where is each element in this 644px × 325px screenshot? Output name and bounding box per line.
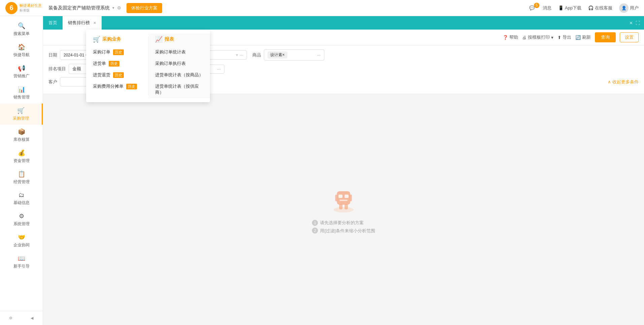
tab-sales-rank[interactable]: 销售排行榜 ✕: [63, 16, 102, 30]
dropdown-item-inbound-stat-supplier[interactable]: 进货单统计表（按供应商）: [151, 81, 208, 98]
app-download-btn[interactable]: 📱 App下载: [558, 5, 581, 11]
sidebar-item-guide[interactable]: 📖 新手引导: [0, 251, 43, 273]
help-btn[interactable]: ❓ 帮助: [503, 34, 518, 40]
content-area: 首页 销售排行榜 ✕ ✕ ⛶ ❓ 帮助: [43, 16, 644, 325]
sidebar-settings-btn[interactable]: ⚙: [0, 314, 22, 322]
app-download-label: App下载: [565, 5, 581, 11]
collapse-btn[interactable]: ∧ 收起更多条件: [608, 79, 639, 85]
search-icon: 🔍: [18, 22, 25, 30]
inbound-stat-supplier-label: 进货单统计表（按供应商）: [155, 83, 204, 95]
svg-rect-4: [338, 195, 343, 198]
export-btn[interactable]: ⬆ 导出: [558, 34, 571, 40]
tab-sales-rank-label: 销售排行榜: [68, 20, 90, 26]
dropdown-item-expense[interactable]: 采购费用分摊单 历史: [89, 81, 145, 92]
industry-btn[interactable]: 体验行业方案: [127, 3, 162, 13]
toolbar-right: ❓ 帮助 🖨 按模板打印 ▾ ⬆ 导出 🔄 刷新: [503, 32, 639, 42]
print-label: 按模板打印: [528, 34, 550, 40]
dropdown-report-title: 报表: [165, 36, 174, 42]
refresh-btn[interactable]: 🔄 刷新: [575, 34, 591, 40]
print-icon: 🖨: [522, 35, 527, 40]
cart-icon: 🛒: [17, 107, 25, 114]
step-1-num: 1: [312, 220, 318, 226]
sidebar-item-finance[interactable]: 💰 资金管理: [0, 146, 43, 167]
goods-select[interactable]: 设计素× ···: [264, 49, 324, 60]
headset-icon: 🎧: [588, 5, 594, 10]
sidebar-item-quick-nav[interactable]: 🏠 快捷导航: [0, 40, 43, 61]
status-more-icon[interactable]: ···: [240, 52, 243, 57]
sidebar-label-marketing: 营销推广: [13, 73, 30, 79]
dropdown-item-purchase-stat[interactable]: 采购订单统计表: [151, 46, 208, 58]
chart-icon: 📊: [18, 86, 25, 93]
inbound-badge: 历史: [109, 61, 119, 67]
handshake-icon: 🤝: [18, 234, 25, 241]
expense-badge: 历史: [126, 84, 137, 89]
megaphone-icon: 📢: [18, 65, 25, 72]
message-badge: 5: [534, 3, 539, 8]
date-label: 日期: [48, 52, 57, 58]
sidebar-item-marketing[interactable]: 📢 营销推广: [0, 61, 43, 82]
tab-home[interactable]: 首页: [43, 16, 63, 30]
user-menu[interactable]: 👤 用户: [619, 3, 639, 13]
dropdown-item-return[interactable]: 进货退货 历史: [89, 69, 145, 81]
dropdown-item-purchase-order[interactable]: 采购订单 历史: [89, 46, 145, 58]
title-dropdown-icon[interactable]: ▾: [112, 6, 114, 10]
inbound-stat-goods-label: 进货单统计表（按商品）: [155, 72, 203, 78]
sidebar-item-purchase[interactable]: 🛒 采购管理: [0, 104, 43, 125]
ranking-label: 排名项目: [48, 66, 66, 72]
empty-text-1: 请先选择要分析的方案: [320, 219, 364, 227]
book-icon: 📖: [18, 255, 25, 262]
main-area: 🔍 搜索菜单 🏠 快捷导航 📢 营销推广 📊 销售管理 🛒 采购管: [0, 16, 644, 325]
help-label: 帮助: [509, 34, 518, 40]
goods-tag: 设计素×: [267, 51, 287, 58]
sidebar-item-system[interactable]: ⚙ 系统管理: [0, 209, 43, 230]
status-dropdown-icon: ▾: [236, 52, 238, 57]
expand-icon[interactable]: ⛶: [636, 21, 640, 26]
sidebar-item-cooperation[interactable]: 🤝 企业协同: [0, 230, 43, 251]
report-col-icon: 📈: [155, 36, 163, 43]
dropdown-report-header: 📈 报表: [151, 34, 208, 46]
topbar-settings-icon[interactable]: ⚙: [117, 5, 121, 10]
expense-label: 采购费用分摊单: [93, 83, 123, 89]
print-btn[interactable]: 🖨 按模板打印 ▾: [522, 34, 553, 40]
clipboard-icon: 📋: [18, 170, 25, 178]
step-2-num: 2: [312, 228, 318, 234]
empty-state: 1 请先选择要分析的方案 2 用[过滤]条件来缩小分析范围: [312, 185, 375, 235]
collapse-icon: ∧: [608, 79, 611, 84]
sidebar-item-sales[interactable]: 📊 销售管理: [0, 82, 43, 104]
logo-brand: 畅捷通好生意: [20, 3, 42, 8]
sidebar-collapse-btn[interactable]: ◀: [22, 314, 43, 322]
export-label: 导出: [563, 34, 571, 40]
sidebar-item-search[interactable]: 🔍 搜索菜单: [0, 19, 43, 40]
svg-rect-10: [345, 204, 348, 209]
svg-rect-7: [335, 195, 337, 201]
close-window-icon[interactable]: ✕: [629, 21, 633, 26]
folder-icon: 🗂: [19, 192, 25, 199]
svg-rect-3: [337, 191, 350, 205]
sidebar-item-operation[interactable]: 📋 经营管理: [0, 167, 43, 188]
collapse-area: ∧ 收起更多条件: [608, 79, 639, 85]
online-service-label: 在线客服: [595, 5, 612, 11]
dropdown-item-purchase-exec[interactable]: 采购订单执行表: [151, 58, 208, 69]
sidebar-item-basic-info[interactable]: 🗂 基础信息: [0, 188, 43, 209]
dropdown-item-inbound[interactable]: 进货单 历史: [89, 58, 145, 69]
salesperson-more-icon[interactable]: ···: [217, 67, 221, 72]
tab-close-icon[interactable]: ✕: [93, 21, 96, 25]
query-btn[interactable]: 查询: [595, 32, 616, 42]
svg-rect-6: [339, 200, 348, 201]
sidebar-label-system: 系统管理: [13, 221, 30, 227]
user-label: 用户: [630, 5, 639, 11]
svg-rect-8: [350, 195, 352, 201]
tab-home-label: 首页: [48, 20, 57, 26]
message-btn[interactable]: 💬 5 消息: [529, 5, 551, 11]
svg-rect-5: [345, 195, 349, 198]
setting-btn[interactable]: 设置: [620, 32, 639, 42]
app-container: 6 畅捷通好生意 标准版 装备及固定资产辅助管理系统 ▾ ⚙ 体验行业方案 💬 …: [0, 0, 644, 325]
sidebar-label-sales: 销售管理: [13, 94, 30, 100]
goods-more-icon[interactable]: ···: [317, 52, 321, 57]
sidebar-label-quick-nav: 快捷导航: [13, 52, 30, 58]
sidebar-item-inventory[interactable]: 📦 库存核算: [0, 125, 43, 146]
dropdown-item-inbound-stat-goods[interactable]: 进货单统计表（按商品）: [151, 69, 208, 81]
online-service-btn[interactable]: 🎧 在线客服: [588, 5, 612, 11]
top-right-area: 💬 5 消息 📱 App下载 🎧 在线客服 👤 用户: [529, 3, 639, 13]
purchase-stat-label: 采购订单统计表: [155, 49, 186, 55]
